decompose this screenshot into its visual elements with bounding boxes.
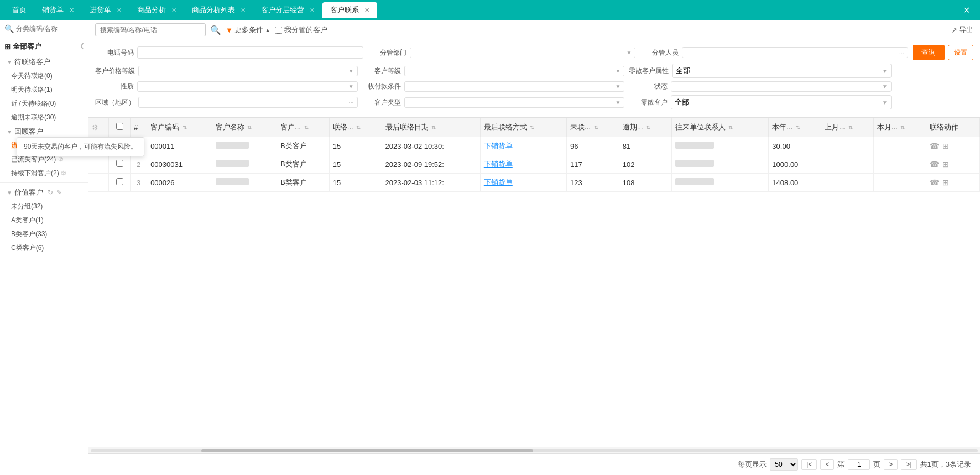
arrow-icon: ▼ — [7, 59, 12, 65]
filter-status-select[interactable]: ▼ — [671, 81, 892, 92]
per-page-select[interactable]: 50 100 200 — [770, 458, 798, 471]
tab-analysis[interactable]: 商品分析 ✕ — [129, 2, 184, 18]
filter-phone-input[interactable] — [137, 46, 363, 59]
sidebar-item-unclassified[interactable]: 未分组(32) — [0, 200, 88, 213]
filter-customer-type-select[interactable]: ▼ — [404, 97, 625, 108]
row-checkbox-cell[interactable] — [109, 174, 131, 192]
col-this-month[interactable]: 本月... ⇅ — [873, 118, 926, 137]
more-action-icon[interactable]: ⊞ — [942, 178, 949, 187]
all-customers-header[interactable]: ⊞ 全部客户 《 — [0, 38, 88, 55]
col-not-contacted[interactable]: 未联... ⇅ — [567, 118, 619, 137]
filter-price-level-select[interactable]: ▼ — [138, 66, 358, 76]
sort-icon-unit: ⇅ — [728, 124, 733, 131]
sidebar-item-7day-contact[interactable]: 近7天待联络(0) — [0, 97, 88, 111]
row-contact: 15 — [329, 174, 382, 192]
sidebar-item-today-contact[interactable]: 今天待联络(0) — [0, 69, 88, 83]
sidebar-item-class-a[interactable]: A类客户(1) — [0, 213, 88, 227]
col-last-method[interactable]: 最后联络方式 ⇅ — [480, 118, 566, 137]
filter-region-select[interactable]: ··· — [138, 97, 358, 108]
main-search-input[interactable] — [95, 23, 206, 36]
row-last-month — [821, 137, 874, 155]
filter-zero-attr-select[interactable]: 全部 ▼ — [672, 64, 892, 78]
contact-icon[interactable]: ☎ — [930, 178, 939, 187]
more-action-icon[interactable]: ⊞ — [942, 160, 949, 169]
filter-payment-select[interactable]: ▼ — [404, 81, 625, 92]
last-method-link[interactable]: 下销货单 — [484, 142, 513, 150]
scroll-thumb[interactable] — [201, 449, 533, 452]
tab-home[interactable]: 首页 — [4, 5, 34, 15]
edit-icon[interactable]: ✎ — [56, 189, 62, 196]
close-purchase-tab[interactable]: ✕ — [117, 7, 122, 14]
col-overdue[interactable]: 逾期... ⇅ — [619, 118, 671, 137]
col-last-month[interactable]: 上月... ⇅ — [821, 118, 874, 137]
last-method-link[interactable]: 下销货单 — [484, 178, 513, 186]
contact-icon[interactable]: ☎ — [930, 160, 939, 169]
group-pending-contact[interactable]: ▼ 待联络客户 — [0, 55, 88, 69]
contact-icon[interactable]: ☎ — [930, 142, 939, 150]
col-code[interactable]: 客户编码 ⇅ — [147, 118, 212, 137]
more-action-icon[interactable]: ⊞ — [942, 142, 949, 150]
my-customers-checkbox-label[interactable]: 我分管的客户 — [275, 25, 327, 35]
col-name[interactable]: 客户名称 ⇅ — [212, 118, 277, 137]
sidebar-item-tomorrow-contact[interactable]: 明天待联络(1) — [0, 83, 88, 97]
sidebar-item-declining[interactable]: 持续下滑客户(2) ② — [0, 166, 88, 180]
export-button[interactable]: ↗ 导出 — [951, 25, 973, 35]
first-page-button[interactable]: |< — [801, 459, 817, 470]
row-overdue: 102 — [619, 155, 671, 174]
col-unit-contact[interactable]: 往来单位联系人 ⇅ — [671, 118, 769, 137]
filter-zero-customer-select[interactable]: 全部 ▼ — [671, 95, 892, 109]
last-method-link[interactable]: 下销货单 — [484, 160, 513, 168]
prev-page-button[interactable]: < — [820, 459, 834, 470]
tab-customer-tier[interactable]: 客户分层经营 ✕ — [253, 2, 322, 18]
row-last-method[interactable]: 下销货单 — [480, 155, 566, 174]
col-level[interactable]: 客户... ⇅ — [277, 118, 330, 137]
col-settings[interactable]: ⚙ — [88, 118, 109, 137]
close-sales-tab[interactable]: ✕ — [69, 7, 74, 14]
row-checkbox-cell[interactable] — [109, 155, 131, 174]
sidebar-item-class-b[interactable]: B类客户(33) — [0, 227, 88, 241]
page-number-input[interactable] — [848, 459, 870, 470]
close-analysis-list-tab[interactable]: ✕ — [241, 7, 246, 14]
close-customer-tier-tab[interactable]: ✕ — [310, 7, 315, 14]
next-page-button[interactable]: > — [884, 459, 898, 470]
tab-customer-contact[interactable]: 客户联系 ✕ — [322, 2, 377, 18]
close-customer-contact-tab[interactable]: ✕ — [364, 7, 369, 14]
filter-customer-level-select[interactable]: ▼ — [404, 66, 625, 76]
main-search-button[interactable]: 🔍 — [210, 25, 221, 35]
row-checkbox-1[interactable] — [116, 160, 123, 167]
my-customers-checkbox[interactable] — [275, 27, 282, 34]
row-last-method[interactable]: 下销货单 — [480, 174, 566, 192]
tab-analysis-list[interactable]: 商品分析列表 ✕ — [184, 2, 253, 18]
row-checkbox-2[interactable] — [116, 178, 123, 185]
select-all-checkbox[interactable] — [116, 123, 123, 130]
row-index: 2 — [130, 155, 147, 174]
group-value-customers[interactable]: ▼ 价值客户 ↻ ✎ — [0, 185, 88, 200]
window-close-button[interactable]: ✕ — [957, 5, 976, 15]
filter-dept-select[interactable]: ▼ — [410, 48, 636, 58]
row-last-method[interactable]: 下销货单 — [480, 137, 566, 155]
col-select-all[interactable] — [109, 118, 131, 137]
more-icon[interactable]: ··· — [899, 49, 904, 56]
more-conditions-button[interactable]: ▼ 更多条件 ▲ — [226, 25, 270, 35]
more-dots-icon[interactable]: ··· — [349, 99, 354, 106]
row-action: ☎ ⊞ — [926, 137, 979, 155]
refresh-icon[interactable]: ↻ — [48, 189, 53, 196]
col-last-date[interactable]: 最后联络日期 ⇅ — [382, 118, 480, 137]
sidebar-item-overdue-contact[interactable]: 逾期未联络(30) — [0, 111, 88, 124]
filter-person-select[interactable]: ··· — [682, 47, 908, 58]
col-this-year[interactable]: 本年... ⇅ — [769, 118, 821, 137]
row-this-month — [873, 155, 926, 174]
sidebar-search-input[interactable] — [16, 25, 88, 33]
settings-button[interactable]: 设置 — [948, 45, 973, 60]
close-analysis-tab[interactable]: ✕ — [171, 7, 176, 14]
last-page-button[interactable]: >| — [901, 459, 916, 470]
horizontal-scrollbar[interactable] — [88, 447, 980, 453]
row-contact: 15 — [329, 137, 382, 155]
sidebar-item-class-c[interactable]: C类客户(6) — [0, 241, 88, 255]
tab-sales[interactable]: 销货单 ✕ — [34, 2, 82, 18]
col-contact[interactable]: 联络... ⇅ — [329, 118, 382, 137]
tab-purchase[interactable]: 进货单 ✕ — [82, 2, 129, 18]
tab-bar: 首页 销货单 ✕ 进货单 ✕ 商品分析 ✕ 商品分析列表 ✕ 客户分层经营 ✕ … — [0, 0, 980, 20]
query-button[interactable]: 查询 — [913, 45, 945, 60]
filter-gender-select[interactable]: ▼ — [137, 81, 358, 92]
